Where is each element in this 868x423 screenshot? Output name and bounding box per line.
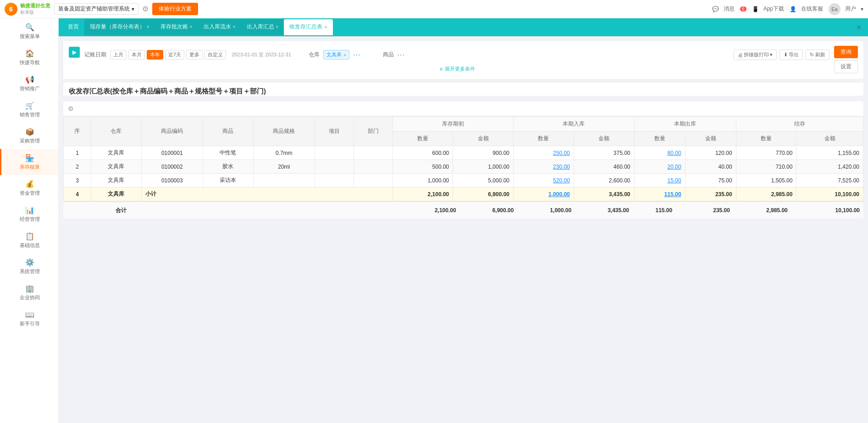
experience-button[interactable]: 体验行业方案 (152, 3, 198, 15)
sub-out-amt: 235.00 (685, 187, 736, 201)
sidebar: 🔍 搜索菜单 🏠 快捷导航 📢 营销推广 🛒 销售管理 📦 采购管理 🏪 (0, 18, 59, 423)
close-all-tabs[interactable]: ✕ (853, 24, 864, 31)
cell-in-qty[interactable]: 520.00 (514, 174, 574, 187)
th-group-opening: 库存期初 (393, 117, 514, 132)
cell-open-qty: 1,000.00 (393, 174, 453, 187)
cell-bal-qty: 770.00 (736, 146, 796, 160)
cell-open-amt: 1,000.00 (453, 160, 514, 174)
app-download-group[interactable]: 📱 App下载 (752, 5, 784, 13)
tab-inout-summary[interactable]: 出入库汇总 × (241, 19, 284, 35)
tab-stock-dist-close[interactable]: × (147, 24, 149, 29)
cell-out-qty[interactable]: 15.00 (634, 174, 685, 187)
total-empty5 (315, 204, 359, 217)
date-btn-this-year[interactable]: 本年 (147, 50, 163, 60)
export-btn[interactable]: ⬇ 导出 (780, 49, 803, 60)
cell-warehouse: 文具库 (91, 160, 141, 174)
tab-inout-summary-close[interactable]: × (276, 24, 279, 29)
cell-out-qty[interactable]: 80.00 (634, 146, 685, 160)
sidebar-item-marketing[interactable]: 📢 营销推广 (0, 71, 58, 97)
table-row: 2 文具库 0100002 胶水 20ml 500.00 1,000.00 23… (64, 160, 863, 174)
sub-bal-qty: 2,985.00 (736, 187, 796, 201)
tab-stock-dist[interactable]: 现存量（库存分布表） × (84, 19, 155, 35)
total-empty6 (359, 204, 402, 217)
date-btn-this-month[interactable]: 本月 (128, 50, 145, 60)
th-row-num: 序 (64, 117, 91, 146)
cell-in-qty[interactable]: 230.00 (514, 160, 574, 174)
cell-in-amt: 375.00 (574, 146, 634, 160)
tab-batch-close[interactable]: × (190, 24, 193, 29)
tab-home-label: 首页 (68, 23, 79, 31)
query-button[interactable]: 查询 (834, 46, 858, 58)
sidebar-item-purchase[interactable]: 📦 采购管理 (0, 123, 58, 149)
sub-label: 小计 (141, 187, 393, 201)
tab-stock-dist-label: 现存量（库存分布表） (90, 23, 145, 31)
collapse-btn[interactable]: ▶ (69, 47, 80, 58)
sidebar-item-inventory[interactable]: 🏪 库存核算 (0, 149, 58, 175)
sub-open-amt: 6,900.00 (453, 187, 514, 201)
user-group[interactable]: Ea 用户 ▾ (829, 3, 863, 15)
messages-group[interactable]: 💬 消息 6 (712, 5, 746, 13)
tab-receive-summary[interactable]: 收发存汇总表 × (284, 19, 332, 35)
expand-icon: ∨ (439, 66, 443, 72)
date-btn-more[interactable]: 更多 (186, 50, 203, 60)
cell-num: 3 (64, 174, 91, 187)
cell-out-qty[interactable]: 20.00 (634, 160, 685, 174)
cell-dept (354, 146, 393, 160)
tab-inout-flow[interactable]: 出入库流水 × (198, 19, 241, 35)
th-balance-qty: 数量 (736, 132, 796, 146)
sidebar-label-finance: 资金管理 (20, 190, 40, 197)
logo-icon: 6 (5, 3, 17, 16)
total-empty4 (265, 204, 315, 217)
sidebar-item-guide[interactable]: 📖 新手引导 (0, 306, 58, 332)
messages-badge: 6 (740, 6, 746, 11)
sidebar-item-finance[interactable]: 💰 资金管理 (0, 175, 58, 201)
setting-button[interactable]: 设置 (834, 60, 858, 73)
sidebar-item-business[interactable]: 📊 经营管理 (0, 201, 58, 227)
expand-conditions[interactable]: ∨ 展开更多条件 (84, 64, 829, 74)
print-btn[interactable]: 🖨 拆镶版打印 ▾ (734, 49, 777, 60)
total-open-qty: 2,100.00 (402, 204, 460, 217)
sidebar-item-quick-nav[interactable]: 🏠 快捷导航 (0, 44, 58, 71)
cell-bal-qty: 710.00 (736, 160, 796, 174)
system-icon: ⚙️ (25, 258, 34, 267)
app-container: 6 畅捷通好生意 标准版 装备及固定资产辅助管理系统 ▾ ⚙ 体验行业方案 💬 … (0, 0, 868, 423)
search-icon: 🔍 (25, 23, 34, 32)
sidebar-item-system[interactable]: ⚙️ 系统管理 (0, 253, 58, 280)
th-opening-qty: 数量 (393, 132, 453, 146)
export-icon: ⬇ (784, 52, 788, 58)
sub-in-qty[interactable]: 1,000.00 (514, 187, 574, 201)
tab-batch[interactable]: 库存批次账 × (155, 19, 198, 35)
cell-in-qty[interactable]: 250.00 (514, 146, 574, 160)
service-icon: 👤 (790, 6, 796, 12)
sub-out-qty[interactable]: 115.00 (634, 187, 685, 201)
tab-batch-label: 库存批次账 (160, 23, 188, 31)
tab-inout-flow-close[interactable]: × (233, 24, 236, 29)
date-btn-7days[interactable]: 近7天 (165, 50, 184, 60)
goods-more[interactable]: ··· (398, 51, 405, 59)
corp-icon: 🏢 (25, 284, 34, 293)
sidebar-label-sales: 销售管理 (20, 111, 40, 118)
date-btn-last-month[interactable]: 上月 (110, 50, 127, 60)
tab-home[interactable]: 首页 (62, 19, 84, 35)
warehouse-more[interactable]: ··· (353, 51, 360, 59)
sidebar-item-sales[interactable]: 🛒 销售管理 (0, 97, 58, 123)
sub-num: 4 (64, 187, 91, 201)
purchase-icon: 📦 (25, 127, 34, 136)
sidebar-item-corp[interactable]: 🏢 企业协同 (0, 280, 58, 306)
sidebar-label-guide: 新手引导 (20, 320, 40, 327)
warehouse-tag-close[interactable]: × (343, 52, 346, 58)
settings-icon[interactable]: ⚙ (142, 5, 149, 13)
refresh-btn[interactable]: ↻ 刷新 (806, 49, 829, 60)
date-btn-custom[interactable]: 自定义 (205, 50, 226, 60)
tab-receive-summary-close[interactable]: × (324, 24, 327, 30)
system-selector[interactable]: 装备及固定资产辅助管理系统 ▾ (54, 3, 138, 15)
online-service-group[interactable]: 👤 在线客服 (790, 5, 823, 13)
total-label-cell: 合计 (92, 204, 150, 217)
sidebar-item-search[interactable]: 🔍 搜索菜单 (0, 18, 58, 44)
total-table: 合计 2,100.00 6,900.00 1,000.00 3,435.00 1… (63, 204, 863, 217)
cell-project (315, 174, 354, 187)
cell-in-amt: 2,600.00 (574, 174, 634, 187)
page-title: 收发存汇总表(按仓库＋商品编码＋商品＋规格型号＋项目＋部门) (69, 87, 858, 96)
sidebar-item-base[interactable]: 📋 基础信息 (0, 227, 58, 253)
table-settings-icon[interactable]: ⚙ (68, 105, 74, 112)
